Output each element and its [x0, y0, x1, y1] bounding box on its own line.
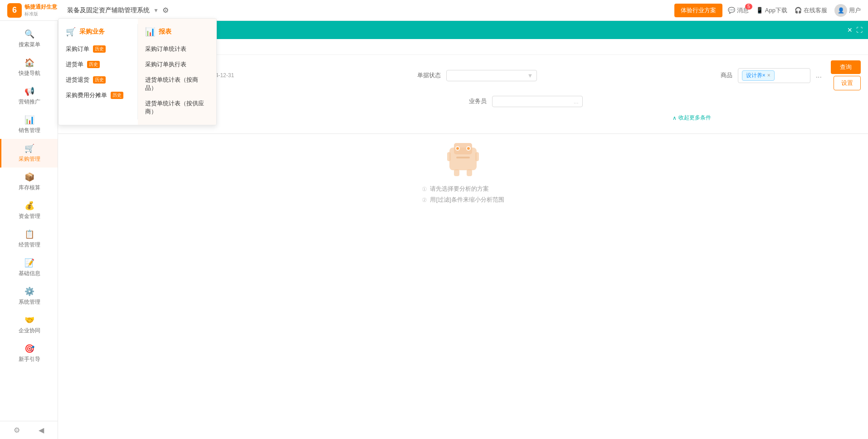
sidebar-item-search[interactable]: 🔍 搜索菜单 — [0, 25, 58, 53]
history-badge-expense: 历史 — [111, 92, 123, 99]
inventory-icon: 📦 — [24, 172, 34, 182]
phone-icon: 📱 — [756, 7, 763, 14]
purchase-business-col: 🛒 采购业务 采购订单 历史 进货单 历史 进货退货 历史 采购费用分摊单 — [59, 21, 137, 125]
svg-rect-10 — [467, 169, 472, 176]
empty-hints: ① 请先选择要分析的方案 ② 用[过滤]条件来缩小分析范围 — [422, 185, 504, 204]
empty-svg — [440, 134, 486, 179]
trial-button[interactable]: 体验行业方案 — [674, 4, 722, 17]
content-scroll: ① 请先选择要分析的方案 ② 用[过滤]条件来缩小分析范围 — [58, 134, 868, 439]
history-badge-po: 历史 — [93, 45, 106, 53]
menu-item-po-stats[interactable]: 采购订单统计表 — [138, 41, 217, 57]
salesman-filter-label: 业务员 — [469, 97, 487, 105]
operations-icon: 📋 — [24, 229, 34, 239]
logo-area: 6 畅捷通好生意 标准版 — [7, 3, 62, 18]
search-icon: 🔍 — [24, 29, 34, 39]
system-icon: ⚙️ — [24, 286, 34, 296]
empty-hint-2: ② 用[过滤]条件来缩小分析范围 — [422, 196, 504, 204]
svg-rect-9 — [454, 169, 459, 176]
svg-rect-7 — [447, 152, 451, 161]
purchase-business-header: 🛒 采购业务 — [59, 24, 137, 41]
basic-info-icon: 📝 — [24, 258, 34, 268]
menu-item-inbound-stats-product[interactable]: 进货单统计表（按商品） — [138, 72, 217, 96]
salesman-select-arrow-icon: ... — [574, 98, 579, 105]
sidebar-item-finance[interactable]: 💰 资金管理 — [0, 196, 58, 225]
sidebar-settings-button[interactable]: ⚙ — [14, 426, 20, 434]
sidebar-collapse-button[interactable]: ◀ — [39, 426, 44, 434]
tab-close-button[interactable]: ✕ — [847, 26, 853, 34]
status-select[interactable]: ▼ — [446, 70, 537, 81]
svg-point-4 — [456, 147, 459, 150]
status-filter-label: 单据状态 — [417, 71, 441, 79]
menu-item-expense[interactable]: 采购费用分摊单 历史 — [59, 88, 137, 103]
menu-item-po-exec[interactable]: 采购订单执行表 — [138, 57, 217, 72]
marketing-icon: 📢 — [24, 86, 34, 96]
avatar: 👤 — [834, 4, 847, 17]
logo-text: 畅捷通好生意 标准版 — [24, 3, 57, 17]
action-buttons: 查询 设置 — [831, 60, 861, 90]
history-badge-inbound: 历史 — [87, 61, 100, 68]
message-icon: 💬 — [728, 7, 735, 14]
report-menu-icon: 📊 — [145, 27, 155, 37]
sidebar-bottom: ⚙ ◀ — [0, 421, 58, 439]
svg-rect-6 — [456, 157, 470, 158]
top-right-area: 💬 消息 5 📱 App下载 🎧 在线客服 👤 用户 — [728, 4, 861, 17]
guide-icon: 🎯 — [24, 344, 34, 354]
empty-state: ① 请先选择要分析的方案 ② 用[过滤]条件来缩小分析范围 — [58, 134, 868, 204]
purchase-dropdown-menu: 🛒 采购业务 采购订单 历史 进货单 历史 进货退货 历史 采购费用分摊单 — [58, 21, 217, 125]
sidebar-item-home[interactable]: 🏠 快捷导航 — [0, 53, 58, 82]
history-badge-return: 历史 — [93, 76, 106, 84]
filter-settings-button[interactable]: 设置 — [834, 76, 861, 90]
status-select-arrow-icon: ▼ — [527, 72, 533, 79]
product-filter-label: 商品 — [721, 71, 732, 79]
app-download-button[interactable]: 📱 App下载 — [756, 6, 787, 15]
menu-item-inbound[interactable]: 进货单 历史 — [59, 57, 137, 72]
product-tag-close[interactable]: × — [767, 72, 770, 79]
logo-icon: 6 — [7, 3, 22, 18]
salesman-select[interactable]: ... — [492, 96, 583, 107]
home-icon: 🏠 — [24, 58, 34, 68]
empty-hint-1: ① 请先选择要分析的方案 — [422, 185, 504, 193]
product-more-button[interactable]: ... — [816, 71, 822, 79]
svg-point-5 — [467, 147, 470, 150]
sidebar-item-marketing[interactable]: 📢 营销推广 — [0, 82, 58, 110]
collapse-icon: ∧ — [673, 115, 677, 121]
content-area: 首页 销售排行榜 × ✕ ⛶ ❓ 帮助 🖨 按模板打印 ▼ — [58, 21, 868, 439]
sidebar-item-operations[interactable]: 📋 经营管理 — [0, 225, 58, 253]
sidebar-item-enterprise[interactable]: 🤝 企业协同 — [0, 311, 58, 339]
menu-item-inbound-stats-supplier[interactable]: 进货单统计表（按供应商） — [138, 96, 217, 119]
purchase-report-header: 📊 报表 — [138, 24, 217, 41]
svg-rect-8 — [475, 152, 479, 161]
empty-illustration — [440, 134, 486, 179]
query-button[interactable]: 查询 — [831, 60, 861, 74]
system-title: 装备及固定资产辅助管理系统 ▼ ⚙ — [67, 6, 669, 15]
purchase-menu-icon: 🛒 — [66, 27, 76, 37]
product-tag: 设计养× × — [742, 70, 775, 81]
tab-bar-right: ✕ ⛶ — [847, 26, 868, 34]
menu-item-purchase-order[interactable]: 采购订单 历史 — [59, 41, 137, 57]
sidebar-item-guide[interactable]: 🎯 新手引导 — [0, 339, 58, 368]
dropdown-arrow-icon[interactable]: ▼ — [153, 7, 159, 14]
sidebar-item-basic-info[interactable]: 📝 基础信息 — [0, 253, 58, 282]
online-service-button[interactable]: 🎧 在线客服 — [795, 6, 827, 15]
enterprise-icon: 🤝 — [24, 315, 34, 325]
user-menu[interactable]: 👤 用户 — [834, 4, 861, 17]
sidebar: 🔍 搜索菜单 🏠 快捷导航 📢 营销推广 📊 销售管理 🛒 采购管理 📦 库存核… — [0, 21, 58, 439]
product-filter-input[interactable]: 设计养× × — [738, 68, 810, 83]
sidebar-item-system[interactable]: ⚙️ 系统管理 — [0, 282, 58, 311]
collapse-btn-area: ∧ 收起更多条件 — [522, 114, 861, 122]
purchase-icon: 🛒 — [24, 143, 34, 153]
menu-item-return[interactable]: 进货退货 历史 — [59, 72, 137, 88]
headset-icon: 🎧 — [795, 7, 802, 14]
messages-button[interactable]: 💬 消息 5 — [728, 6, 749, 15]
purchase-report-col: 📊 报表 采购订单统计表 采购订单执行表 进货单统计表（按商品） 进货单统计表（… — [138, 21, 217, 125]
sidebar-item-inventory[interactable]: 📦 库存核算 — [0, 168, 58, 196]
settings-gear-icon[interactable]: ⚙ — [162, 6, 169, 15]
collapse-filters-button[interactable]: ∧ 收起更多条件 — [673, 114, 711, 122]
sales-icon: 📊 — [24, 115, 34, 125]
sidebar-item-purchase[interactable]: 🛒 采购管理 — [0, 139, 58, 168]
tab-fullscreen-button[interactable]: ⛶ — [856, 26, 863, 34]
sidebar-item-sales[interactable]: 📊 销售管理 — [0, 110, 58, 139]
main-layout: 🔍 搜索菜单 🏠 快捷导航 📢 营销推广 📊 销售管理 🛒 采购管理 📦 库存核… — [0, 21, 868, 439]
finance-icon: 💰 — [24, 201, 34, 211]
